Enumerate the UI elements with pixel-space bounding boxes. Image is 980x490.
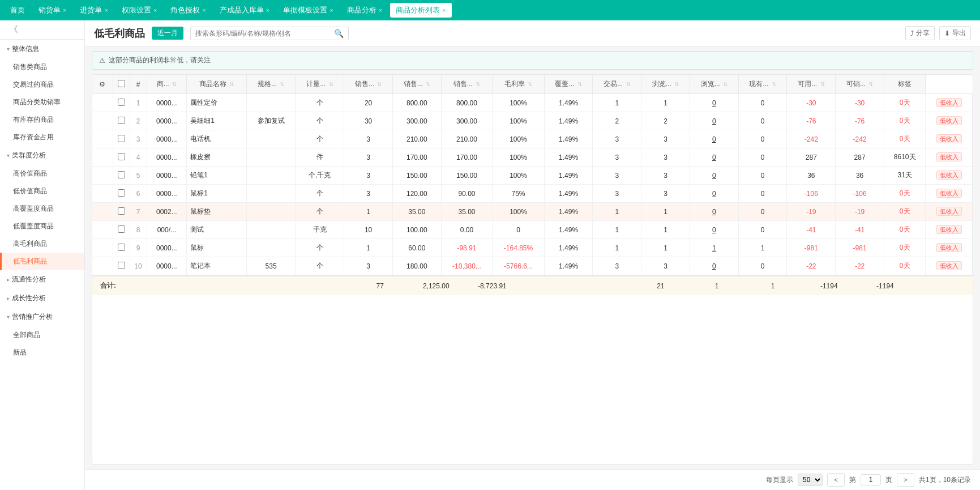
col-transaction[interactable]: 交易... ⇅ xyxy=(593,75,641,94)
nav-item-analysis-list[interactable]: 商品分析列表 × xyxy=(390,3,451,18)
row-checkbox-0[interactable] xyxy=(118,99,125,106)
sidebar-item-high-coverage[interactable]: 高覆盖度商品 xyxy=(0,200,84,218)
col-qty[interactable]: 销售... ⇅ xyxy=(344,75,393,94)
export-btn[interactable]: ⬇ 导出 xyxy=(939,26,971,40)
sidebar-collapse-btn[interactable]: 《 xyxy=(5,24,23,36)
cell-checkbox-1[interactable] xyxy=(113,112,130,130)
row-checkbox-3[interactable] xyxy=(118,153,125,160)
nav-item-template[interactable]: 单据模板设置 × xyxy=(277,3,339,18)
sidebar-group-cluster[interactable]: ▾ 类群度分析 xyxy=(0,146,84,165)
sidebar-item-category-rate[interactable]: 商品分类助销率 xyxy=(0,93,84,111)
row-checkbox-5[interactable] xyxy=(118,189,125,197)
col-unit[interactable]: 计量... ⇅ xyxy=(296,75,344,94)
col-name[interactable]: 商品名称 ⇅ xyxy=(187,75,247,94)
col-margin-rate[interactable]: 毛利率 ⇅ xyxy=(493,75,544,94)
cell-checkbox-3[interactable] xyxy=(113,148,130,167)
nav-item-sales[interactable]: 销货单 × xyxy=(33,3,72,18)
sidebar-group-overall[interactable]: ▾ 整体信息 xyxy=(0,40,84,58)
cell-checkbox-0[interactable] xyxy=(113,94,130,112)
cell-checkbox-6[interactable] xyxy=(113,203,130,221)
sidebar-item-new-goods[interactable]: 新品 xyxy=(0,344,84,361)
nav-sales-close[interactable]: × xyxy=(63,7,66,14)
col-code[interactable]: 商... ⇅ xyxy=(147,75,187,94)
nav-role-close[interactable]: × xyxy=(202,7,206,14)
row-checkbox-4[interactable] xyxy=(118,171,125,178)
col-sales-amount[interactable]: 销售... ⇅ xyxy=(392,75,441,94)
share-btn[interactable]: ⤴ 分享 xyxy=(905,26,935,40)
next-page-btn[interactable]: ＞ xyxy=(897,473,914,487)
cell-browse1-9[interactable]: 0 xyxy=(690,257,738,275)
sidebar-item-stock-capital[interactable]: 库存资金占用 xyxy=(0,129,84,146)
row-checkbox-7[interactable] xyxy=(118,225,125,233)
col-spec[interactable]: 规格... ⇅ xyxy=(246,75,296,94)
row-checkbox-9[interactable] xyxy=(118,262,125,269)
cell-checkbox-9[interactable] xyxy=(113,257,130,275)
col-browse2[interactable]: 浏览... ⇅ xyxy=(690,75,738,94)
cell-browse1-5[interactable]: 0 xyxy=(690,185,738,203)
col-available[interactable]: 可用... ⇅ xyxy=(787,75,836,94)
cell-code-0: 0000... xyxy=(147,94,187,112)
nav-template-close[interactable]: × xyxy=(329,7,333,14)
sidebar-item-traded-goods[interactable]: 交易过的商品 xyxy=(0,76,84,93)
col-checkbox[interactable] xyxy=(113,75,130,94)
cell-checkbox-4[interactable] xyxy=(113,167,130,185)
total-info: 共1页，10条记录 xyxy=(919,475,971,485)
select-all-checkbox[interactable] xyxy=(118,80,125,87)
cell-browse1-1[interactable]: 0 xyxy=(690,112,738,130)
cell-browse1-2[interactable]: 0 xyxy=(690,130,738,148)
cell-checkbox-2[interactable] xyxy=(113,130,130,148)
search-input[interactable] xyxy=(195,29,331,37)
row-checkbox-6[interactable] xyxy=(118,207,125,215)
cell-margin-9: 1.49% xyxy=(544,257,593,275)
cell-sellable-6: 0天 xyxy=(884,203,925,221)
nav-product-in-close[interactable]: × xyxy=(266,7,269,14)
prev-page-btn[interactable]: ＜ xyxy=(827,473,845,487)
cell-available-5: -106 xyxy=(836,185,884,203)
sidebar-item-low-margin[interactable]: 低毛利商品 xyxy=(0,253,84,270)
col-current-stock[interactable]: 现有... ⇅ xyxy=(738,75,787,94)
sidebar-item-in-stock[interactable]: 有库存的商品 xyxy=(0,111,84,129)
nav-permission-close[interactable]: × xyxy=(153,7,157,14)
col-settings[interactable]: ⚙ xyxy=(92,75,113,94)
search-icon[interactable]: 🔍 xyxy=(334,29,344,38)
sidebar-item-low-value[interactable]: 低价值商品 xyxy=(0,182,84,200)
cell-browse1-3[interactable]: 0 xyxy=(690,148,738,167)
nav-item-purchase[interactable]: 进货单 × xyxy=(74,3,113,18)
col-sales-gross[interactable]: 销售... ⇅ xyxy=(441,75,493,94)
cell-browse1-0[interactable]: 0 xyxy=(690,94,738,112)
sidebar-item-high-value[interactable]: 高价值商品 xyxy=(0,165,84,182)
sidebar-item-all-goods[interactable]: 全部商品 xyxy=(0,326,84,344)
nav-analysis-list-close[interactable]: × xyxy=(442,7,446,14)
nav-item-role[interactable]: 角色授权 × xyxy=(165,3,211,18)
sidebar-item-high-margin[interactable]: 高毛利商品 xyxy=(0,235,84,253)
nav-item-home[interactable]: 首页 xyxy=(5,3,31,18)
cell-checkbox-5[interactable] xyxy=(113,185,130,203)
sidebar-group-liquidity[interactable]: ▸ 流通性分析 xyxy=(0,270,84,289)
cell-browse1-7[interactable]: 0 xyxy=(690,221,738,239)
col-coverage[interactable]: 覆盖... ⇅ xyxy=(544,75,593,94)
cell-checkbox-7[interactable] xyxy=(113,221,130,239)
nav-purchase-close[interactable]: × xyxy=(104,7,108,14)
page-input[interactable] xyxy=(861,474,881,485)
nav-item-permission[interactable]: 权限设置 × xyxy=(116,3,162,18)
nav-item-product-in[interactable]: 产成品入库单 × xyxy=(214,3,275,18)
nav-analysis-close[interactable]: × xyxy=(379,7,382,14)
sidebar-group-growth[interactable]: ▸ 成长性分析 xyxy=(0,289,84,308)
sidebar-item-low-coverage[interactable]: 低覆盖度商品 xyxy=(0,218,84,235)
cell-sellable-4: 31天 xyxy=(884,167,925,185)
cell-checkbox-8[interactable] xyxy=(113,239,130,257)
col-browse1[interactable]: 浏览... ⇅ xyxy=(641,75,690,94)
col-sellable[interactable]: 可销... ⇅ xyxy=(836,75,884,94)
cell-browse1-4[interactable]: 0 xyxy=(690,167,738,185)
cell-browse1-6[interactable]: 0 xyxy=(690,203,738,221)
sidebar-group-marketing[interactable]: ▾ 营销推广分析 xyxy=(0,308,84,326)
row-checkbox-8[interactable] xyxy=(118,244,125,251)
row-checkbox-2[interactable] xyxy=(118,135,125,142)
sidebar-item-sales-goods[interactable]: 销售类商品 xyxy=(0,58,84,76)
cell-browse1-8[interactable]: 1 xyxy=(690,239,738,257)
page-size-select[interactable]: 50 xyxy=(798,474,823,486)
cell-spec-3 xyxy=(246,148,296,167)
nav-item-analysis[interactable]: 商品分析 × xyxy=(341,3,388,18)
filter-recent-month-btn[interactable]: 近一月 xyxy=(152,27,183,40)
row-checkbox-1[interactable] xyxy=(118,117,125,124)
